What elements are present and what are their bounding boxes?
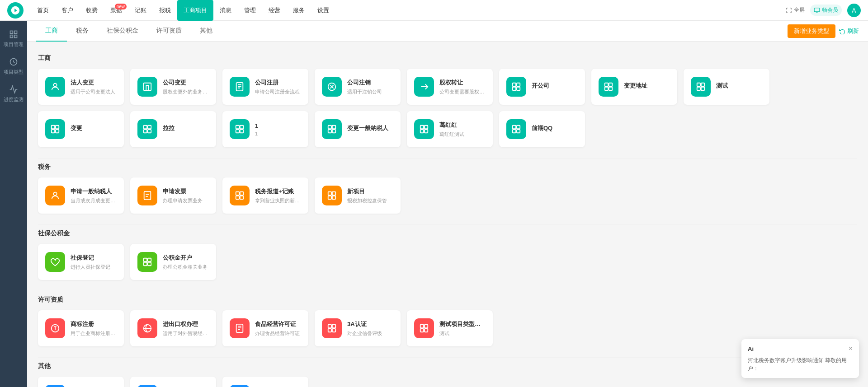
card-变更地址[interactable]: 变更地址 bbox=[591, 69, 677, 105]
svg-rect-49 bbox=[240, 192, 243, 195]
member-button[interactable]: 畅会员 bbox=[810, 5, 842, 16]
card-开公司[interactable]: 开公司 bbox=[499, 69, 585, 105]
card-title-label: 公积金开户 bbox=[163, 254, 209, 262]
card-text-变更: 变更 bbox=[71, 124, 117, 134]
svg-point-6 bbox=[53, 84, 57, 87]
card-公积金开户[interactable]: 公积金开户办理公积金相关业务 bbox=[130, 244, 216, 280]
card-测试项目类型目定义[interactable]: 测试项目类型目定义测试 bbox=[407, 310, 493, 346]
section-divider bbox=[38, 158, 857, 159]
notif-title: Ai bbox=[748, 345, 754, 352]
card-变更[interactable]: 变更 bbox=[38, 111, 124, 147]
card-title-label: 公司变更 bbox=[163, 79, 209, 87]
notif-close-button[interactable]: × bbox=[849, 345, 853, 353]
card-公司注册[interactable]: 公司注册申请公司注册全流程 bbox=[222, 69, 308, 105]
food-icon bbox=[230, 318, 250, 338]
card-葛红红[interactable]: 葛红红葛红红测试 bbox=[407, 111, 493, 147]
card-3A认证[interactable]: 3A认证对企业信誉评级 bbox=[315, 310, 401, 346]
sub-tab-其他[interactable]: 其他 bbox=[191, 21, 222, 42]
cards-grid-工商: 法人变更适用于公司变更法人公司变更股权变更外的业务变更公司注册申请公司注册全流程… bbox=[38, 69, 857, 147]
tax-account-icon bbox=[230, 186, 250, 205]
section-title-税务: 税务 bbox=[38, 163, 857, 171]
nav-item-经营[interactable]: 经营 bbox=[262, 0, 287, 21]
svg-rect-29 bbox=[148, 130, 151, 133]
fullscreen-button[interactable]: 全屏 bbox=[786, 6, 805, 14]
card-前期QQ[interactable]: 前期QQ bbox=[499, 111, 585, 147]
card-公司变更[interactable]: 公司变更股权变更外的业务变更 bbox=[130, 69, 216, 105]
nav-item-消息[interactable]: 消息 bbox=[213, 0, 238, 21]
logo[interactable] bbox=[7, 2, 24, 19]
svg-point-46 bbox=[53, 192, 57, 196]
svg-rect-55 bbox=[332, 196, 335, 199]
fund-icon bbox=[137, 252, 157, 272]
card-拉拉[interactable]: 拉拉 bbox=[130, 111, 216, 147]
nav-item-工商项目[interactable]: 工商项目 bbox=[177, 0, 213, 21]
transfer-icon bbox=[414, 77, 434, 97]
social-icon bbox=[45, 252, 65, 272]
nav-item-票据[interactable]: 票据new bbox=[104, 0, 128, 21]
card-社保登记[interactable]: 社保登记进行人员社保登记 bbox=[38, 244, 124, 280]
card-新项目[interactable]: 新项目报税加税控盘保管 bbox=[315, 177, 401, 214]
card-变更一般纳税人[interactable]: 变更一般纳税人 bbox=[315, 111, 401, 147]
sidebar-item-label: 进度监测 bbox=[4, 97, 24, 103]
nav-item-服务[interactable]: 服务 bbox=[287, 0, 311, 21]
person-icon bbox=[45, 77, 65, 97]
nav-item-报税[interactable]: 报税 bbox=[153, 0, 177, 21]
card-text-税务报道+记账: 税务报道+记账拿到营业执照的新公司 bbox=[255, 187, 301, 204]
card-21[interactable]: 211 bbox=[222, 377, 308, 387]
section-title-工商: 工商 bbox=[38, 54, 857, 62]
card-测试[interactable]: 测试 bbox=[684, 69, 769, 105]
nav-item-客户[interactable]: 客户 bbox=[55, 0, 80, 21]
nav-item-设置[interactable]: 设置 bbox=[311, 0, 335, 21]
card-法人变更[interactable]: 法人变更适用于公司变更法人 bbox=[38, 69, 124, 105]
svg-rect-10 bbox=[513, 83, 516, 86]
card-desc-label: 办理食品经营许可证 bbox=[255, 330, 301, 337]
qq-icon bbox=[506, 119, 526, 139]
svg-rect-50 bbox=[236, 196, 239, 199]
card-1[interactable]: 11 bbox=[222, 111, 308, 147]
card-desc-label: 当月或次月成变更完成 bbox=[71, 197, 117, 204]
card-税务报道+记账[interactable]: 税务报道+记账拿到营业执照的新公司 bbox=[222, 177, 308, 214]
monitor-icon bbox=[8, 84, 19, 95]
sidebar-item-进度监测[interactable]: 进度监测 bbox=[0, 79, 27, 107]
card-申请一般纳税人[interactable]: 申请一般纳税人当月或次月成变更完成 bbox=[38, 177, 124, 214]
card-进出口权办理[interactable]: 进出口权办理适用于对外贸易经营者 bbox=[130, 310, 216, 346]
card-title-label: 测试 bbox=[716, 82, 762, 90]
nav-item-首页[interactable]: 首页 bbox=[31, 0, 55, 21]
card-刘聪测试[interactable]: 刘聪测试测试 bbox=[130, 377, 216, 387]
sub-tab-工商[interactable]: 工商 bbox=[36, 21, 67, 42]
nav-items: 首页客户收费票据new记账报税工商项目消息管理经营服务设置 bbox=[31, 0, 786, 21]
nav-item-管理[interactable]: 管理 bbox=[238, 0, 262, 21]
card-商标注册[interactable]: 商标注册用于企业商标注册服务 bbox=[38, 310, 124, 346]
card-食品经营许可证[interactable]: 食品经营许可证办理食品经营许可证 bbox=[222, 310, 308, 346]
nav-item-收费[interactable]: 收费 bbox=[80, 0, 104, 21]
refresh-button[interactable]: 刷新 bbox=[839, 27, 859, 35]
card-text-申请一般纳税人: 申请一般纳税人当月或次月成变更完成 bbox=[71, 187, 117, 204]
card-股权转让[interactable]: 股权转让公司变更需要股权转让 bbox=[407, 69, 493, 105]
svg-rect-28 bbox=[144, 130, 147, 133]
sub-tab-税务[interactable]: 税务 bbox=[67, 21, 98, 42]
avatar[interactable]: A bbox=[847, 4, 861, 17]
section-title-社保公积金: 社保公积金 bbox=[38, 229, 857, 238]
svg-rect-35 bbox=[332, 126, 335, 129]
add-type-button[interactable]: 新增业务类型 bbox=[788, 24, 835, 38]
sub-tab-许可资质[interactable]: 许可资质 bbox=[147, 21, 191, 42]
card-title-label: 变更 bbox=[71, 124, 117, 132]
sub-tab-list: 工商税务社保公积金许可资质其他 bbox=[36, 21, 222, 41]
nav-item-记账[interactable]: 记账 bbox=[128, 0, 153, 21]
sidebar-item-项目管理[interactable]: 项目管理 bbox=[0, 24, 27, 52]
cards-grid-许可资质: 商标注册用于企业商标注册服务进出口权办理适用于对外贸易经营者食品经营许可证办理食… bbox=[38, 310, 857, 346]
card-申请发票[interactable]: 申请发票办理申请发票业务 bbox=[130, 177, 216, 214]
svg-rect-37 bbox=[332, 130, 335, 133]
svg-rect-2 bbox=[14, 31, 17, 34]
member-label: 畅会员 bbox=[822, 6, 838, 14]
card-公司注销[interactable]: 公司注销适用于注销公司 bbox=[315, 69, 401, 105]
card-title-label: 变更一般纳税人 bbox=[347, 124, 393, 132]
svg-rect-38 bbox=[420, 126, 424, 129]
svg-rect-16 bbox=[605, 87, 608, 90]
svg-rect-26 bbox=[144, 126, 147, 129]
svg-rect-19 bbox=[701, 83, 704, 86]
sidebar-item-项目类型[interactable]: 项目类型 bbox=[0, 52, 27, 79]
card-哈哈[interactable]: 哈哈 bbox=[38, 377, 124, 387]
sub-tab-社保公积金[interactable]: 社保公积金 bbox=[98, 21, 147, 42]
card-title-label: 1 bbox=[255, 122, 301, 129]
